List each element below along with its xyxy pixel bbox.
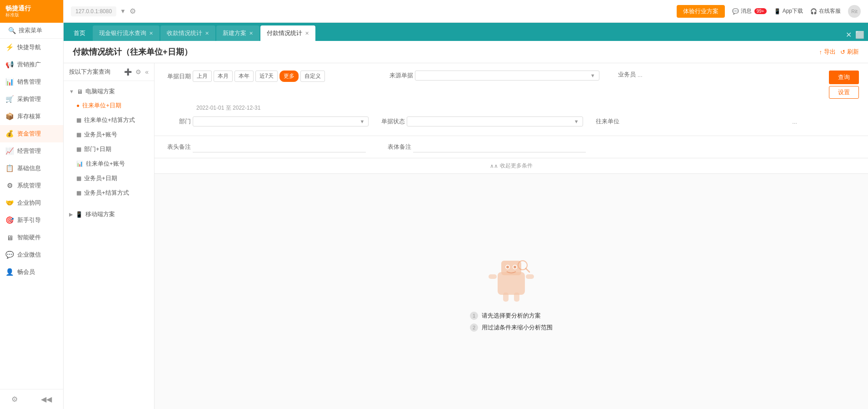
sidebar-item-purchase[interactable]: 🛒 采购管理 [0,91,63,108]
sidebar-item-system[interactable]: ⚙ 系统管理 [0,177,63,194]
header-note-input[interactable] [193,141,366,152]
mobile-section-title[interactable]: ▶ 📱 移动端方案 [64,207,154,221]
collapse-label: 收起更多条件 [500,162,533,170]
wechat-icon: 💬 [5,251,14,259]
dept-label: 部门 [164,117,191,126]
sidebar-item-shortcut[interactable]: ⚡ 快捷导航 [0,39,63,56]
panel-item-partner-date[interactable]: ● 往来单位+日期 [64,98,154,113]
sidebar-item-sales[interactable]: 📊 销售管理 [0,73,63,91]
sidebar-item-member[interactable]: 👤 畅会员 [0,263,63,281]
tab-expand-icon[interactable]: ⬜ [855,30,864,39]
collapse-btn[interactable]: ∧∧ 收起更多条件 [155,158,868,173]
cooperation-icon: 🤝 [5,199,14,207]
tab-receipt-stats[interactable]: 收款情况统计 ✕ [160,25,215,41]
desktop-section-title[interactable]: ▼ 🖥 电脑端方案 [64,85,154,98]
sidebar-item-label: 畅会员 [17,268,35,276]
partner-label: 往来单位 [592,117,619,126]
date-btn-this-month[interactable]: 本月 [214,71,233,82]
sidebar-item-label: 资金管理 [17,130,41,138]
collapse-sidebar-btn[interactable]: ◀◀ [37,393,55,405]
date-btn-more[interactable]: 更多 [279,71,299,82]
svg-rect-0 [498,272,525,295]
try-industry-btn[interactable]: 体验行业方案 [677,5,725,18]
date-btn-custom[interactable]: 自定义 [300,71,325,82]
sidebar-item-cooperation[interactable]: 🤝 企业协同 [0,194,63,212]
date-btn-this-year[interactable]: 本年 [234,71,254,82]
query-btn[interactable]: 查询 [829,71,859,84]
tab-payment-stats-label: 付款情况统计 [267,29,302,37]
panel-item-staff-date[interactable]: ▦ 业务员+日期 [64,171,154,186]
tab-close-all-icon[interactable]: ✕ [846,30,852,39]
tab-receipt-stats-close[interactable]: ✕ [205,30,209,36]
tab-home[interactable]: 首页 [67,25,92,41]
dept-select[interactable]: ▼ [193,116,369,126]
sidebar-item-finance[interactable]: 💰 资金管理 [0,125,63,142]
member-icon: 👤 [5,268,14,276]
search-menu[interactable]: 🔍 搜索菜单 [0,23,63,39]
left-panel: 按以下方案查询 ➕ ⚙ « ▼ 🖥 电脑端方案 ● 往来单 [64,63,155,409]
sidebar-item-hardware[interactable]: 🖥 智能硬件 [0,229,63,246]
date-btn-last-month[interactable]: 上月 [193,71,212,82]
message-item[interactable]: 💬 消息 99+ [732,7,767,15]
settings-btn[interactable]: 设置 [829,86,859,99]
sidebar-item-wechat[interactable]: 💬 企业微信 [0,246,63,263]
panel-item-partner-settlement[interactable]: ▦ 往来单位+结算方式 [64,113,154,127]
body-note-input[interactable] [413,141,586,152]
tab-cash-flow-close[interactable]: ✕ [149,30,153,36]
user-avatar[interactable]: Rit [848,5,861,18]
panel-item-staff-settlement[interactable]: ▦ 业务员+结算方式 [64,186,154,200]
desktop-section-icon: 🖥 [77,88,83,95]
panel-item-dept-date[interactable]: ▦ 部门+日期 [64,142,154,157]
tab-home-label: 首页 [74,29,85,37]
item-icon: ▦ [76,117,81,123]
item-icon: ▦ [76,190,81,196]
dept-dropdown-icon: ▼ [359,119,364,124]
tab-payment-stats[interactable]: 付款情况统计 ✕ [260,25,315,41]
settings-footer-btn[interactable]: ⚙ [8,393,21,405]
online-service-item[interactable]: 🎧 在线客服 [810,7,841,15]
date-range: 2022-01-01 至 2022-12-31 [196,105,260,111]
panel-settings-icon[interactable]: ⚙ [135,68,141,76]
doc-status-select[interactable]: ▼ [407,116,583,126]
sidebar-item-inventory[interactable]: 📦 库存核算 [0,108,63,125]
refresh-btn[interactable]: ↺ 刷新 [840,48,859,56]
content-area: 付款情况统计（往来单位+日期） ↑ 导出 ↺ 刷新 按以下方案查询 ➕ [64,41,868,409]
sidebar: 畅捷通行 标准版 🔍 搜索菜单 ⚡ 快捷导航 📢 营销推广 📊 销售管理 🛒 采… [0,0,64,409]
panel-collapse-icon[interactable]: « [145,68,149,76]
panel-add-icon[interactable]: ➕ [124,68,132,76]
panel-item-staff-account[interactable]: ▦ 业务员+账号 [64,127,154,142]
sidebar-item-label: 系统管理 [17,182,41,190]
sidebar-item-operations[interactable]: 📈 经营管理 [0,142,63,160]
hint-1-num: 1 [470,312,478,320]
source-select[interactable]: ▼ [415,71,599,81]
sidebar-item-basic[interactable]: 📋 基础信息 [0,160,63,177]
operations-icon: 📈 [5,147,14,155]
content-body: 按以下方案查询 ➕ ⚙ « ▼ 🖥 电脑端方案 ● 往来单 [64,63,868,409]
panel-item-partner-account[interactable]: 📊 往来单位+账号 [64,157,154,171]
export-btn[interactable]: ↑ 导出 [819,48,836,56]
date-btn-last-7[interactable]: 近7天 [255,71,278,82]
page-header: 付款情况统计（往来单位+日期） ↑ 导出 ↺ 刷新 [64,41,868,63]
staff-label: 业务员 [609,71,636,79]
tab-new-plan[interactable]: 新建方案 ✕ [216,25,259,41]
tab-cash-flow[interactable]: 现金银行流水查询 ✕ [93,25,160,41]
partner-dotdot[interactable]: ... [792,118,797,125]
app-download-item[interactable]: 📱 App下载 [774,7,803,15]
staff-dotdot[interactable]: ... [638,71,643,78]
address-bar[interactable]: 127.0.0.1:8080 [71,6,116,16]
tab-receipt-stats-label: 收款情况统计 [167,29,202,37]
tab-payment-stats-close[interactable]: ✕ [305,30,309,36]
tab-bar-actions: ✕ ⬜ [846,30,864,41]
tab-new-plan-close[interactable]: ✕ [249,30,253,36]
sidebar-item-marketing[interactable]: 📢 营销推广 [0,56,63,73]
filter-section: 单据日期 上月 本月 本年 近7天 更多 自定义 来源单据 [155,63,868,136]
header-left: 127.0.0.1:8080 ▼ ⚙ [71,6,136,16]
sidebar-item-label: 快捷导航 [17,43,41,51]
settings-icon[interactable]: ⚙ [130,7,136,15]
svg-rect-6 [489,274,497,279]
search-icon: 🔍 [8,27,16,34]
sidebar-item-guide[interactable]: 🎯 新手引导 [0,212,63,229]
address-dropdown-icon[interactable]: ▼ [120,8,126,15]
collapse-up-icon: ∧∧ [490,163,498,169]
hardware-icon: 🖥 [5,233,14,242]
